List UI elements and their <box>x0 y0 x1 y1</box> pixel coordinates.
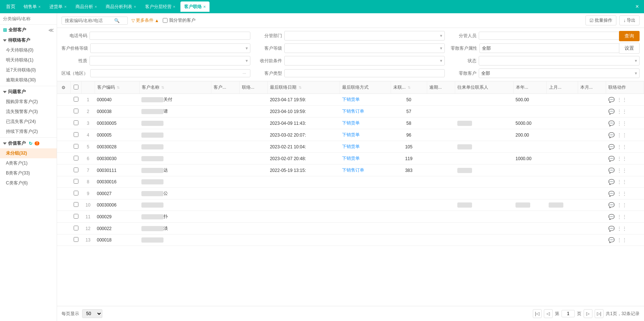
filter-select-dept[interactable]: ▾ <box>284 31 445 40</box>
filter-select-nature[interactable]: ▾ <box>89 56 250 66</box>
chat-icon[interactable]: 💬 <box>608 214 615 220</box>
row-checkbox[interactable] <box>70 200 81 211</box>
batch-operation-btn[interactable]: ☑ 批量操作 <box>585 15 616 25</box>
more-actions-icon[interactable]: ⋮⋮ <box>617 179 627 185</box>
close-customer-segment[interactable]: × <box>173 4 175 9</box>
filter-select-status[interactable]: ▾ <box>479 56 640 66</box>
contact-method-link[interactable]: 下销售订单 <box>342 167 364 173</box>
sidebar-item-tomorrow[interactable]: 明天待联络(1) <box>0 55 57 65</box>
more-actions-icon[interactable]: ⋮⋮ <box>617 132 627 138</box>
chat-icon[interactable]: 💬 <box>608 179 615 185</box>
tab-product-analysis-list[interactable]: 商品分析列表 × <box>102 1 140 12</box>
row-select-checkbox[interactable] <box>74 97 78 102</box>
filter-select-price-level[interactable]: ▾ <box>90 43 250 53</box>
last-contact-method-cell[interactable]: 下销货单 <box>340 153 391 165</box>
row-checkbox[interactable] <box>70 223 81 234</box>
filter-select-payment[interactable]: ▾ <box>284 56 445 66</box>
tab-customer-segment[interactable]: 客户分层经营 × <box>141 1 179 12</box>
tab-sales-order[interactable]: 销售单 × <box>20 1 44 12</box>
last-contact-method-cell[interactable]: 下销货单 <box>340 129 391 141</box>
pending-contact-section[interactable]: 待联络客户 <box>0 35 57 45</box>
chat-icon[interactable]: 💬 <box>608 226 615 232</box>
value-customer-refresh[interactable]: ↻ <box>29 141 32 146</box>
chat-icon[interactable]: 💬 <box>608 156 615 162</box>
sidebar-item-unclassified[interactable]: 未分组(32) <box>0 148 57 158</box>
sidebar-item-overdue[interactable]: 逾期未联络(30) <box>0 75 57 85</box>
column-not-contacted[interactable]: 未联... ⇅ <box>391 81 427 94</box>
row-select-checkbox[interactable] <box>74 226 78 230</box>
column-customer-code[interactable]: 客户编码 ⇅ <box>95 81 139 94</box>
filter-input-region[interactable]: ··· <box>90 69 250 77</box>
more-actions-icon[interactable]: ⋮⋮ <box>617 226 627 232</box>
sidebar-item-abnormal[interactable]: 囤购异常客户(2) <box>0 97 57 107</box>
main-search-input[interactable] <box>65 18 113 23</box>
filter-input-phone[interactable] <box>89 32 250 40</box>
sidebar-item-declining[interactable]: 持续下滑客户(2) <box>0 127 57 137</box>
sort-not-contacted[interactable]: ⇅ <box>408 85 411 89</box>
more-actions-icon[interactable]: ⋮⋮ <box>617 191 627 197</box>
close-purchase-order[interactable]: × <box>64 4 66 9</box>
export-btn[interactable]: ↓ 导出 <box>619 15 640 25</box>
tab-product-analysis[interactable]: 商品分析 × <box>72 1 101 12</box>
contact-method-link[interactable]: 下销货单 <box>342 132 360 137</box>
chat-icon[interactable]: 💬 <box>608 191 615 197</box>
chat-icon[interactable]: 💬 <box>608 167 615 173</box>
row-checkbox[interactable] <box>70 211 81 223</box>
close-product-analysis-list[interactable]: × <box>134 4 136 9</box>
sidebar-item-class-b[interactable]: B类客户(33) <box>0 168 57 178</box>
sidebar-collapse-btn[interactable]: ≪ <box>48 27 54 33</box>
row-select-checkbox[interactable] <box>74 156 78 160</box>
sidebar-item-class-a[interactable]: A类客户(1) <box>0 158 57 168</box>
row-select-checkbox[interactable] <box>74 109 78 113</box>
row-select-checkbox[interactable] <box>74 120 78 125</box>
last-contact-method-cell[interactable]: 下销售订单 <box>340 165 391 176</box>
chat-icon[interactable]: 💬 <box>608 144 615 150</box>
prev-page-btn[interactable]: ◁ <box>544 309 553 318</box>
row-checkbox[interactable] <box>70 117 81 129</box>
region-dots-icon[interactable]: ··· <box>241 71 248 76</box>
tab-customer-contact[interactable]: 客户联络 × <box>180 1 209 12</box>
column-customer-name[interactable]: 客户名称 ⇅ <box>139 81 211 94</box>
filter-input-manager[interactable]: ··· <box>479 32 640 40</box>
filter-select-retail-customer[interactable]: 全部 ▾ <box>479 68 640 78</box>
sort-customer-code[interactable]: ⇅ <box>117 85 120 89</box>
last-contact-method-cell[interactable]: 下销货单 <box>340 117 391 129</box>
more-actions-icon[interactable]: ⋮⋮ <box>617 237 627 243</box>
chat-icon[interactable]: 💬 <box>608 120 615 126</box>
more-actions-icon[interactable]: ⋮⋮ <box>617 120 627 126</box>
more-actions-icon[interactable]: ⋮⋮ <box>617 97 627 103</box>
all-customers-header[interactable]: ⊞ 全部客户 ≪ <box>0 25 57 35</box>
close-customer-contact[interactable]: × <box>203 4 205 9</box>
value-customer-section[interactable]: 价值客户 ↻ ! <box>0 138 57 148</box>
row-checkbox[interactable] <box>70 153 81 165</box>
chat-icon[interactable]: 💬 <box>608 109 615 114</box>
last-contact-method-cell[interactable]: 下销货单 <box>340 141 391 153</box>
page-number-input[interactable] <box>562 310 575 317</box>
sort-customer-name[interactable]: ⇅ <box>161 85 164 89</box>
close-all-tabs[interactable]: × <box>633 3 641 10</box>
more-actions-icon[interactable]: ⋮⋮ <box>617 202 627 208</box>
row-select-checkbox[interactable] <box>74 191 78 195</box>
my-customers-checkbox[interactable] <box>163 18 168 23</box>
column-last-contact-date[interactable]: 最后联络日期 ⇅ <box>268 81 340 94</box>
row-select-checkbox[interactable] <box>74 167 78 172</box>
query-button[interactable]: 查询 <box>619 31 640 41</box>
column-gear[interactable]: ⚙ <box>57 81 70 94</box>
more-actions-icon[interactable]: ⋮⋮ <box>617 156 627 162</box>
row-checkbox[interactable] <box>70 188 81 200</box>
last-contact-method-cell[interactable]: 下销售订单 <box>340 106 391 117</box>
sort-last-contact-date[interactable]: ⇅ <box>299 85 302 89</box>
row-select-checkbox[interactable] <box>74 179 78 184</box>
sidebar-search-input[interactable] <box>3 16 57 21</box>
row-select-checkbox[interactable] <box>74 132 78 137</box>
reset-button[interactable]: 设置 <box>619 43 640 54</box>
problem-customer-section[interactable]: 问题客户 <box>0 87 57 97</box>
row-checkbox[interactable] <box>70 234 81 246</box>
row-checkbox[interactable] <box>70 129 81 141</box>
chat-icon[interactable]: 💬 <box>608 97 615 103</box>
filter-select-retail-attr[interactable]: 全部 ▾ <box>479 43 640 53</box>
home-tab[interactable]: 首页 <box>3 3 18 10</box>
sidebar-item-churn-warning[interactable]: 流失预警客户(3) <box>0 107 57 117</box>
first-page-btn[interactable]: |◁ <box>533 309 542 318</box>
more-actions-icon[interactable]: ⋮⋮ <box>617 167 627 173</box>
